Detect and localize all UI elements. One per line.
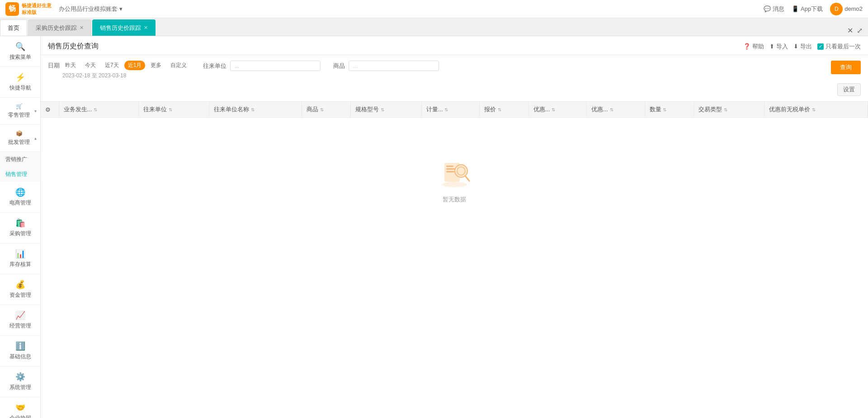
th-partner-code-label: 往来单位 [143,106,167,113]
date-btn-1month[interactable]: 近1月 [124,61,146,70]
sidebar-subitem-sales-mgmt[interactable]: 销售管理 [0,167,40,182]
th-trade-type-label: 交易类型 [698,106,722,113]
export-btn[interactable]: ⬇ 导出 [793,43,812,51]
th-trade-type[interactable]: 交易类型 ⇅ [693,102,764,118]
purchase-icon: 🛍️ [15,218,25,228]
tab-sales-history[interactable]: 销售历史价跟踪 ✕ [92,19,156,36]
setting-button[interactable]: 设置 [837,83,861,96]
empty-state-text: 暂无数据 [443,195,466,204]
tab-sales-history-close[interactable]: ✕ [144,25,148,31]
app-selector[interactable]: 办公用品行业模拟账套 ▾ [55,3,126,15]
sort-partner-code-icon: ⇅ [169,107,172,112]
sidebar-item-ecommerce-label: 电商管理 [9,199,31,207]
date-filter-label: 日期 [48,62,60,70]
sidebar-item-system-mgmt[interactable]: ⚙️ 系统管理 [0,366,40,397]
tab-close-btn[interactable]: ✕ [847,26,853,35]
enterprise-collab-icon: 🤝 [15,403,25,413]
message-btn[interactable]: 💬 消息 [764,5,784,13]
tab-sales-history-label: 销售历史价跟踪 [100,24,141,32]
tab-home[interactable]: 首页 [0,19,27,36]
th-discount1[interactable]: 优惠... ⇅ [528,102,586,118]
user-menu[interactable]: D demo2 [830,3,863,15]
svg-line-6 [466,176,469,181]
system-icon: ⚙️ [15,372,25,382]
tab-purchase-history-close[interactable]: ✕ [80,25,84,31]
sidebar-item-retail-mgmt[interactable]: 🛒 零售管理 ▾ [0,98,40,125]
sort-trade-type-icon: ⇅ [724,107,727,112]
sidebar-item-ecommerce-mgmt[interactable]: 🌐 电商管理 [0,182,40,213]
th-product-label: 商品 [307,106,318,113]
tab-maximize-btn[interactable]: ⤢ [857,26,863,35]
date-btn-7days[interactable]: 近7天 [101,61,123,70]
page-title: 销售历史价查询 [48,42,99,51]
product-input[interactable]: ... [349,61,439,71]
th-partner-name[interactable]: 往来单位名称 ⇅ [209,102,302,118]
main-layout: 🔍 搜索菜单 ⚡ 快捷导航 🛒 零售管理 ▾ 📦 批发管理 ▴ 营销推广 销售管… [0,36,868,418]
only-last-checkbox[interactable]: ✓ 只看最后一次 [817,43,861,51]
sidebar-subitem-marketing-label: 营销推广 [5,156,27,162]
th-biz-date[interactable]: 业务发生... ⇅ [59,102,139,118]
operations-icon: 📈 [15,310,25,320]
th-unit[interactable]: 计量... ⇅ [421,102,479,118]
sidebar-item-wholesale-mgmt-label: 批发管理 [8,138,30,146]
th-quoted-price[interactable]: 报价 ⇅ [480,102,528,118]
app-download-btn[interactable]: 📱 App下载 [792,5,823,13]
sidebar-item-operations-mgmt[interactable]: 📈 经营管理 [0,305,40,336]
th-pre-tax-price-label: 优惠前无税单价 [769,106,810,113]
th-partner-code[interactable]: 往来单位 ⇅ [139,102,209,118]
tab-bar-actions: ✕ ⤢ [847,26,868,36]
help-btn[interactable]: ❓ 帮助 [743,43,764,51]
top-bar: 畅 畅捷通好生意 标准版 办公用品行业模拟账套 ▾ 💬 消息 📱 App下载 D… [0,0,868,18]
content-area: 销售历史价查询 ❓ 帮助 ⬆ 导入 ⬇ 导出 ✓ 只看最后一次 [41,36,868,418]
checkbox-icon: ✓ [817,43,824,50]
sidebar-item-search-menu[interactable]: 🔍 搜索菜单 [0,36,40,67]
table-area: ⚙ 业务发生... ⇅ 往来单位 ⇅ 往来单位名称 ⇅ [41,102,868,240]
wholesale-mgmt-icon: 📦 [16,130,23,137]
sidebar-item-purchase-mgmt[interactable]: 🛍️ 采购管理 [0,213,40,243]
th-quantity[interactable]: 数量 ⇅ [645,102,693,118]
sort-quoted-price-icon: ⇅ [498,107,501,112]
sidebar-item-basic-info[interactable]: ℹ️ 基础信息 [0,336,40,366]
th-unit-label: 计量... [426,106,443,113]
help-icon: ❓ [743,43,750,50]
sidebar-item-wholesale-mgmt[interactable]: 📦 批发管理 ▴ [0,125,40,152]
th-product[interactable]: 商品 ⇅ [302,102,350,118]
query-button[interactable]: 查询 [831,61,861,74]
top-bar-right: 💬 消息 📱 App下载 D demo2 [764,3,863,15]
basic-info-icon: ℹ️ [15,341,25,351]
th-quantity-label: 数量 [650,106,661,113]
date-btn-more[interactable]: 更多 [147,61,165,70]
th-pre-tax-price[interactable]: 优惠前无税单价 ⇅ [764,102,868,118]
sidebar-item-enterprise-collab[interactable]: 🤝 企业协同 [0,397,40,418]
inventory-icon: 📊 [15,249,25,259]
partner-input[interactable]: ... [230,61,321,71]
app-download-label: App下载 [801,5,823,13]
logo-area: 畅 畅捷通好生意 标准版 [5,2,52,16]
sidebar-item-inventory-calc[interactable]: 📊 库存核算 [0,243,40,274]
filter-area: 日期 昨天 今天 近7天 近1月 更多 自定义 2023-02-18 至 202… [41,55,868,102]
sidebar-item-quick-nav[interactable]: ⚡ 快捷导航 [0,67,40,98]
sidebar-item-finance-mgmt[interactable]: 💰 资金管理 [0,274,40,305]
product-filter-label: 商品 [333,62,345,70]
tab-purchase-history[interactable]: 采购历史价跟踪 ✕ [28,19,91,36]
sort-unit-icon: ⇅ [444,107,448,112]
th-partner-name-label: 往来单位名称 [214,106,249,113]
logo-text: 畅捷通好生意 标准版 [22,2,52,15]
date-btn-custom[interactable]: 自定义 [167,61,190,70]
import-btn[interactable]: ⬆ 导入 [769,43,788,51]
sort-discount1-icon: ⇅ [552,107,555,112]
th-spec[interactable]: 规格型号 ⇅ [351,102,421,118]
tab-bar: 首页 采购历史价跟踪 ✕ 销售历史价跟踪 ✕ ✕ ⤢ [0,18,868,36]
page-header: 销售历史价查询 ❓ 帮助 ⬆ 导入 ⬇ 导出 ✓ 只看最后一次 [41,36,868,55]
th-settings[interactable]: ⚙ [41,102,59,118]
th-discount2-label: 优惠... [591,106,608,113]
th-discount2[interactable]: 优惠... ⇅ [587,102,645,118]
sidebar-subitem-marketing[interactable]: 营销推广 [0,152,40,167]
sidebar-item-operations-label: 经营管理 [9,322,31,330]
page-header-actions: ❓ 帮助 ⬆ 导入 ⬇ 导出 ✓ 只看最后一次 [743,43,861,51]
date-btn-today[interactable]: 今天 [81,61,99,70]
quick-nav-icon: ⚡ [15,72,25,82]
date-btn-yesterday[interactable]: 昨天 [61,61,80,70]
sidebar-item-basic-info-label: 基础信息 [9,353,31,361]
ecommerce-icon: 🌐 [15,187,25,197]
